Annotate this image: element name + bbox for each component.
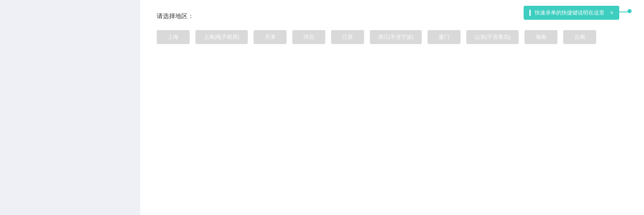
region-btn-yunnan[interactable]: 云南 <box>563 30 596 44</box>
region-btn-jiangsu[interactable]: 江苏 <box>331 30 364 44</box>
tooltip-dot-indicator <box>628 9 632 13</box>
tooltip-text: 快速录单的快捷键说明在这里 <box>535 9 604 16</box>
tooltip-banner: 快速录单的快捷键说明在这里 × <box>524 6 619 20</box>
region-grid: 上海 上海(电子税局) 天津 河北 江苏 浙江(不含宁波) 厦门 山东(不含青岛… <box>157 30 628 44</box>
region-btn-hainan[interactable]: 海南 <box>524 30 557 44</box>
region-btn-shandong[interactable]: 山东(不含青岛) <box>466 30 519 44</box>
tooltip-close-button[interactable]: × <box>610 9 613 16</box>
sidebar <box>0 0 140 215</box>
region-btn-shanghai-etax[interactable]: 上海(电子税局) <box>195 30 248 44</box>
region-btn-hebei[interactable]: 河北 <box>292 30 325 44</box>
region-btn-tianjin[interactable]: 天津 <box>254 30 287 44</box>
region-btn-shanghai[interactable]: 上海 <box>157 30 190 44</box>
main-content: 快速录单的快捷键说明在这里 × 请选择地区： 上海 上海(电子税局) 天津 河北… <box>140 0 644 215</box>
region-btn-xiamen[interactable]: 厦门 <box>428 30 461 44</box>
region-btn-zhejiang[interactable]: 浙江(不含宁波) <box>370 30 422 44</box>
main-layout: 快速录单的快捷键说明在这里 × 请选择地区： 上海 上海(电子税局) 天津 河北… <box>0 0 644 215</box>
